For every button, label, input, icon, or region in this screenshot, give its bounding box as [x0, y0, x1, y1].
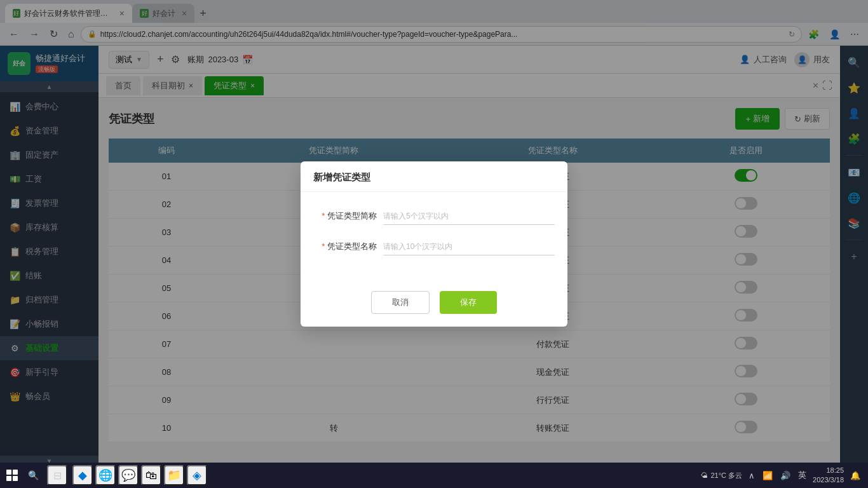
taskbar-sound-button[interactable]: 🔊 [778, 470, 793, 482]
modal-overlay: 新增凭证类型 * 凭证类型简称 * 凭证类型名称 取消 [0, 0, 868, 488]
edge2-icon: ◈ [193, 468, 201, 482]
weather-icon: 🌤 [701, 471, 708, 479]
taskbar-arrows-button[interactable]: ∧ [746, 470, 757, 482]
cancel-label: 取消 [392, 297, 409, 307]
modal-header: 新增凭证类型 [301, 161, 567, 192]
cancel-button[interactable]: 取消 [371, 291, 430, 314]
save-label: 保存 [460, 297, 477, 307]
required-star-name: * [322, 241, 327, 251]
taskbar: 🔍 ⊟ ◆ 🌐 💬 🛍 📁 ◈ 🌤 21°C 多云 ∧ 📶 🔊 [0, 463, 868, 488]
form-label-short: * 凭证类型简称 [313, 210, 383, 222]
modal-footer: 取消 保存 [301, 283, 567, 327]
taskview-icon: ⊟ [53, 470, 62, 482]
chrome-icon: 🌐 [98, 468, 112, 482]
taskbar-taskview[interactable]: ⊟ [47, 465, 67, 485]
name-label-text: 凭证类型名称 [327, 241, 377, 251]
modal-body: * 凭证类型简称 * 凭证类型名称 [301, 192, 567, 283]
taskbar-system-icons: ∧ 📶 🔊 英 [746, 468, 809, 482]
taskbar-lang-button[interactable]: 英 [796, 468, 809, 482]
lang-text: 英 [798, 470, 806, 480]
taskbar-apps: ◆ 🌐 💬 🛍 📁 ◈ [72, 465, 696, 485]
short-name-input[interactable] [383, 207, 555, 225]
form-row-name: * 凭证类型名称 [313, 238, 555, 255]
full-name-input[interactable] [383, 238, 555, 255]
edge-icon: ◆ [78, 468, 87, 482]
wechat-icon: 💬 [121, 468, 135, 482]
taskbar-explorer[interactable]: 📁 [164, 465, 184, 485]
add-voucher-modal: 新增凭证类型 * 凭证类型简称 * 凭证类型名称 取消 [301, 161, 567, 327]
taskbar-search-button[interactable]: 🔍 [24, 466, 42, 484]
explorer-icon: 📁 [167, 468, 181, 482]
start-button[interactable] [5, 468, 19, 482]
modal-title: 新增凭证类型 [313, 172, 370, 182]
weather-text: 21°C 多云 [710, 471, 742, 480]
time-text: 18:25 [813, 466, 844, 475]
taskbar-right: 🌤 21°C 多云 ∧ 📶 🔊 英 18:25 2023/3/18 🔔 [701, 466, 863, 485]
taskbar-edge2[interactable]: ◈ [187, 465, 207, 485]
form-label-name: * 凭证类型名称 [313, 241, 383, 252]
required-star-short: * [322, 211, 327, 220]
store-icon: 🛍 [146, 469, 157, 482]
save-button[interactable]: 保存 [440, 291, 497, 314]
taskbar-chrome[interactable]: 🌐 [95, 465, 116, 485]
taskbar-network-button[interactable]: 📶 [760, 470, 775, 482]
date-text: 2023/3/18 [813, 475, 844, 485]
short-label-text: 凭证类型简称 [327, 211, 377, 220]
taskbar-notification-button[interactable]: 🔔 [848, 470, 863, 482]
taskbar-weather: 🌤 21°C 多云 [701, 471, 742, 480]
form-row-short: * 凭证类型简称 [313, 207, 555, 225]
taskbar-time[interactable]: 18:25 2023/3/18 [813, 466, 844, 485]
taskbar-edge[interactable]: ◆ [72, 465, 93, 485]
taskbar-wechat[interactable]: 💬 [118, 465, 139, 485]
taskbar-store[interactable]: 🛍 [141, 465, 161, 485]
